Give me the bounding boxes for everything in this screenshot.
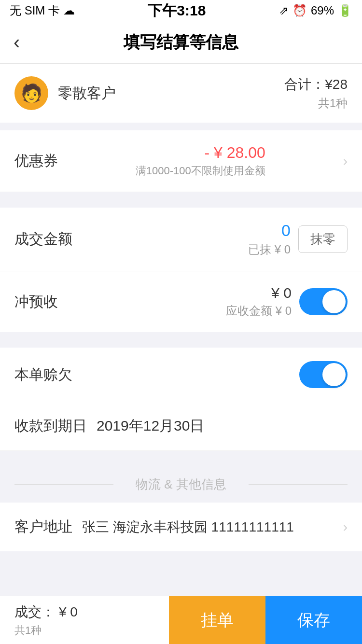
section-divider-3 <box>0 459 362 466</box>
status-time: 下午3:18 <box>148 1 206 21</box>
prepay-value: ¥ 0 <box>226 285 292 301</box>
deal-card: 成交金额 0 已抹 ¥ 0 抹零 冲预收 ¥ 0 应收金额 ¥ 0 <box>0 208 362 332</box>
coupon-label: 优惠券 <box>14 151 58 171</box>
status-left: 无 SIM 卡 ☁ <box>10 3 75 18</box>
credit-card: 本单赊欠 收款到期日 2019年12月30日 <box>0 348 362 451</box>
prepay-toggle[interactable] <box>299 288 348 315</box>
customer-card: 🧑 零散客户 合计：¥28 共1种 <box>0 64 362 123</box>
prepay-sub: 应收金额 ¥ 0 <box>226 303 292 319</box>
bottom-summary: 成交： ¥ 0 共1种 <box>0 603 169 638</box>
avatar: 🧑 <box>14 76 48 110</box>
battery-icon: 🔋 <box>338 4 352 17</box>
bottom-deal-label: 成交： <box>14 603 55 621</box>
customer-name: 零散客户 <box>58 84 116 103</box>
deal-amount-row: 成交金额 0 已抹 ¥ 0 抹零 <box>0 208 362 271</box>
bottom-deal-amount: ¥ 0 <box>59 604 78 620</box>
coupon-card: 优惠券 - ¥ 28.00 满1000-100不限制使用金额 › <box>0 130 362 192</box>
avatar-icon: 🧑 <box>21 83 42 103</box>
nav-title: 填写结算等信息 <box>124 31 238 54</box>
bottom-count: 共1种 <box>14 623 154 638</box>
address-row[interactable]: 客户地址 张三 海淀永丰科技园 11111111111 › <box>0 503 362 551</box>
section-divider-1 <box>0 200 362 208</box>
status-right: ⇗ ⏰ 69% 🔋 <box>279 4 352 17</box>
total-amount: 合计：¥28 <box>284 75 348 94</box>
deal-amount-right: 0 已抹 ¥ 0 抹零 <box>248 221 348 257</box>
section-divider-2 <box>0 340 362 348</box>
coupon-discount: - ¥ 28.00 <box>136 144 265 162</box>
deal-amount-label: 成交金额 <box>14 229 72 249</box>
coupon-row[interactable]: 优惠券 - ¥ 28.00 满1000-100不限制使用金额 › <box>0 130 362 192</box>
status-bar: 无 SIM 卡 ☁ 下午3:18 ⇗ ⏰ 69% 🔋 <box>0 0 362 21</box>
save-button[interactable]: 保存 <box>265 596 362 644</box>
address-value: 张三 海淀永丰科技园 11111111111 <box>82 518 334 536</box>
customer-total: 合计：¥28 共1种 <box>284 75 348 111</box>
credit-row: 本单赊欠 <box>0 348 362 402</box>
nav-bar: ‹ 填写结算等信息 <box>0 21 362 64</box>
credit-toggle-knob <box>322 363 346 386</box>
credit-label: 本单赊欠 <box>14 365 72 385</box>
credit-toggle[interactable] <box>299 361 348 388</box>
logistics-label: 物流 & 其他信息 <box>136 476 226 493</box>
due-date-label: 收款到期日 <box>14 416 87 436</box>
prepay-row: 冲预收 ¥ 0 应收金额 ¥ 0 <box>0 271 362 332</box>
bottom-bar: 成交： ¥ 0 共1种 挂单 保存 <box>0 596 362 644</box>
coupon-right: - ¥ 28.00 满1000-100不限制使用金额 <box>136 144 265 178</box>
deal-amount-value: 0 <box>248 221 291 240</box>
location-icon: ⇗ <box>279 4 289 17</box>
round-zero-button[interactable]: 抹零 <box>298 225 348 253</box>
customer-row: 🧑 零散客户 合计：¥28 共1种 <box>0 64 362 123</box>
prepay-values: ¥ 0 应收金额 ¥ 0 <box>226 285 292 319</box>
deal-amount-sub: 已抹 ¥ 0 <box>248 242 291 257</box>
prepay-right: ¥ 0 应收金额 ¥ 0 <box>226 285 348 319</box>
logistics-section: 物流 & 其他信息 <box>0 466 362 503</box>
no-sim-text: 无 SIM 卡 ☁ <box>10 3 75 18</box>
address-chevron-icon: › <box>343 519 348 535</box>
battery-text: 69% <box>311 4 334 17</box>
prepay-toggle-knob <box>322 290 346 313</box>
content-area: 🧑 零散客户 合计：¥28 共1种 优惠券 - ¥ 28.00 满1000-10… <box>0 64 362 612</box>
address-card[interactable]: 客户地址 张三 海淀永丰科技园 11111111111 › <box>0 503 362 551</box>
customer-info: 🧑 零散客户 <box>14 76 116 110</box>
due-date-row: 收款到期日 2019年12月30日 <box>0 402 362 451</box>
prepay-label: 冲预收 <box>14 292 58 312</box>
back-button[interactable]: ‹ <box>14 31 20 53</box>
total-count: 共1种 <box>284 96 348 111</box>
coupon-description: 满1000-100不限制使用金额 <box>136 164 265 178</box>
due-date-value: 2019年12月30日 <box>97 416 204 436</box>
coupon-chevron-icon: › <box>343 154 348 169</box>
hang-order-button[interactable]: 挂单 <box>169 596 265 644</box>
alarm-icon: ⏰ <box>292 4 307 17</box>
address-label: 客户地址 <box>14 517 72 537</box>
